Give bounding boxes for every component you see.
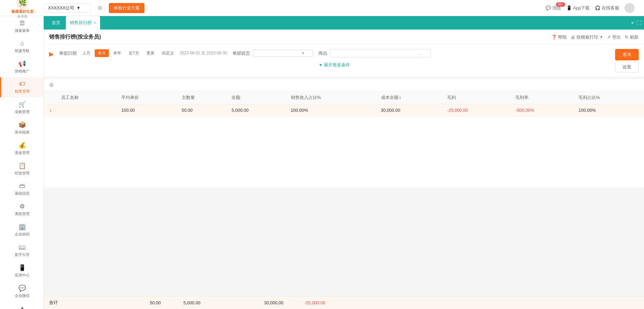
- tab-home[interactable]: 首页: [46, 16, 66, 30]
- tab-minimize-icon[interactable]: ×: [631, 20, 634, 25]
- chevron-down-icon: ▼: [600, 35, 603, 39]
- sidebar-item-search[interactable]: ☰ 搜索菜单: [0, 16, 43, 37]
- td-profit-ratio: 100.00%: [574, 104, 644, 116]
- sidebar-item-system[interactable]: ⚙ 系统管理: [0, 199, 43, 220]
- settings-icon[interactable]: ⚙: [95, 3, 105, 13]
- date-tabs: 上月 本月 本年 近7天 更多 自定义: [79, 49, 177, 57]
- query-section: 查询 设置: [615, 49, 639, 72]
- data-table-container: ⚙ 员工名称 平均单价 主数量 全额 销售收入占比%: [44, 79, 644, 188]
- system-icon: ⚙: [19, 203, 25, 210]
- page-header: 销售排行榜(按业务员) ❓ 帮助 🖨 按模板打印 ▼ ↗: [44, 30, 644, 45]
- table-toolbar: ⚙: [44, 79, 644, 91]
- logo[interactable]: 🌿 畅康通好生意 标准版: [4, 0, 41, 19]
- sidebar-label-inventory: 库存核算: [15, 130, 30, 135]
- settings-button[interactable]: 设置: [615, 62, 639, 72]
- marketing-icon: 📢: [18, 60, 26, 67]
- goods-filter: 商品 ...: [318, 49, 431, 57]
- date-label: 单据日期: [59, 50, 77, 56]
- close-icon[interactable]: ×: [94, 20, 96, 25]
- logo-icon: 🌿: [16, 0, 29, 9]
- online-service-button[interactable]: 🎧 在线客服: [595, 5, 619, 11]
- svg-text:🌿: 🌿: [18, 0, 27, 7]
- sidebar-item-basic-info[interactable]: 🗃 基础信息: [0, 179, 43, 199]
- sidebar-item-inventory[interactable]: 📦 库存核算: [0, 118, 43, 138]
- chevron-down-icon: ▼: [301, 51, 305, 55]
- status-filter: 单据状态 ▼: [232, 50, 313, 57]
- sidebar-item-enterprise[interactable]: 🏢 企业协同: [0, 220, 43, 240]
- th-profit: 毛利: [443, 91, 511, 104]
- th-cost: 成本全额 ℹ: [377, 91, 443, 104]
- column-settings-icon[interactable]: ⚙: [49, 82, 54, 88]
- sidebar-item-finance[interactable]: 💰 资金管理: [0, 138, 43, 159]
- message-icon: 💬: [546, 5, 551, 10]
- sidebar-item-operations[interactable]: 📋 经营管理: [0, 159, 43, 179]
- filter-row: 单据日期 上月 本月 本年 近7天 更多 自定义: [59, 49, 610, 57]
- table-row: 1 100.00 50.00 5,000.00 100.00% 30,000.0…: [44, 104, 644, 116]
- app-center-icon: 📱: [18, 264, 26, 271]
- message-button[interactable]: 💬 消息 99+: [546, 5, 561, 11]
- question-icon: ❓: [551, 35, 557, 40]
- filter-expand-arrow[interactable]: ▶: [49, 50, 54, 58]
- sidebar-label-purchase: 采购管理: [15, 109, 30, 114]
- headset-icon: 🎧: [595, 5, 600, 10]
- avatar[interactable]: [625, 3, 635, 13]
- page-title: 销售排行榜(按业务员): [49, 34, 101, 41]
- sidebar-label-sales: 销售管理: [15, 89, 30, 94]
- td-quantity: 50.00: [178, 104, 228, 116]
- date-tab-7days[interactable]: 近7天: [126, 49, 142, 57]
- date-tab-custom[interactable]: 自定义: [159, 49, 177, 57]
- content-area: 首页 销售排行榜 × × ⛶ 销售排行榜(按业务员): [44, 16, 644, 309]
- th-profit-ratio: 毛利占比%: [574, 91, 644, 104]
- expand-label: 展开更多条件: [324, 62, 350, 68]
- app-download-button[interactable]: 📱 App下载: [566, 5, 590, 11]
- sales-ranking-table: 员工名称 平均单价 主数量 全额 销售收入占比% 成本全额 ℹ 毛利: [44, 91, 644, 116]
- logo-text: 畅康通好生意: [11, 9, 34, 14]
- sales-icon: 🏷: [19, 81, 25, 88]
- sidebar-label-operations: 经营管理: [15, 171, 30, 176]
- refresh-button[interactable]: ↻ 刷新: [625, 34, 639, 40]
- td-name: [57, 104, 117, 116]
- date-tab-current-year[interactable]: 本年: [110, 49, 124, 57]
- sidebar-item-purchase[interactable]: 🛒 采购管理: [0, 97, 43, 118]
- company-selector[interactable]: XXXXXX公司 ▼: [44, 3, 91, 13]
- th-rank: [44, 91, 57, 104]
- expand-more-conditions[interactable]: ▼ 展开更多条件: [59, 60, 610, 70]
- sidebar-label-app-center: 应用中心: [15, 273, 30, 278]
- th-name: 员工名称: [57, 91, 117, 104]
- date-tab-current-month[interactable]: 本月: [95, 49, 109, 57]
- sidebar-item-sales[interactable]: 🏷 销售管理: [0, 77, 43, 97]
- summary-quantity: 50.00: [150, 300, 183, 305]
- export-button[interactable]: ↗ 导出: [607, 34, 621, 40]
- tab-sales-ranking[interactable]: 销售排行榜 ×: [66, 16, 100, 30]
- export-icon: ↗: [607, 35, 611, 40]
- th-sales-ratio: 销售收入占比%: [287, 91, 377, 104]
- info-icon: ℹ: [399, 96, 401, 100]
- template-print-button[interactable]: 🖨 按模板打印 ▼: [571, 34, 603, 40]
- th-profit-rate: 毛利率: [511, 91, 574, 104]
- trial-button[interactable]: 体验行业方案: [109, 3, 144, 13]
- help-button[interactable]: ❓ 帮助: [551, 34, 567, 40]
- td-avg-price: 100.00: [117, 104, 177, 116]
- date-filter: 单据日期 上月 本月 本年 近7天 更多 自定义: [59, 49, 227, 57]
- td-amount: 5,000.00: [227, 104, 287, 116]
- status-select[interactable]: ▼: [253, 50, 313, 57]
- chevron-down-icon: ▼: [76, 5, 81, 10]
- sidebar-item-quick-nav[interactable]: ⌂ 快捷导航: [0, 37, 43, 57]
- tab-maximize-icon[interactable]: ⛶: [637, 20, 641, 25]
- sidebar-item-member[interactable]: ♦ 畅会员: [0, 302, 43, 309]
- goods-select[interactable]: ...: [330, 49, 431, 57]
- sidebar-item-wechat[interactable]: 💬 企业微信: [0, 281, 43, 302]
- enterprise-icon: 🏢: [18, 223, 26, 230]
- sidebar-item-marketing[interactable]: 📢 营销推广: [0, 57, 43, 77]
- sidebar-label-quick-nav: 快捷导航: [15, 48, 30, 53]
- top-right-area: 💬 消息 99+ 📱 App下载 🎧 在线客服: [546, 3, 640, 13]
- basic-info-icon: 🗃: [19, 183, 25, 190]
- query-button[interactable]: 查询: [615, 49, 639, 60]
- td-profit-rate: -500.00%: [511, 104, 574, 116]
- operations-icon: 📋: [18, 162, 26, 169]
- date-tab-last-month[interactable]: 上月: [79, 49, 93, 57]
- sidebar-item-app-center[interactable]: 📱 应用中心: [0, 261, 43, 281]
- date-tab-more[interactable]: 更多: [143, 49, 158, 57]
- summary-data: 50.00 5,000.00 30,000.00 -25,000.00: [116, 300, 639, 305]
- sidebar-item-guide[interactable]: 📖 新手引导: [0, 240, 43, 261]
